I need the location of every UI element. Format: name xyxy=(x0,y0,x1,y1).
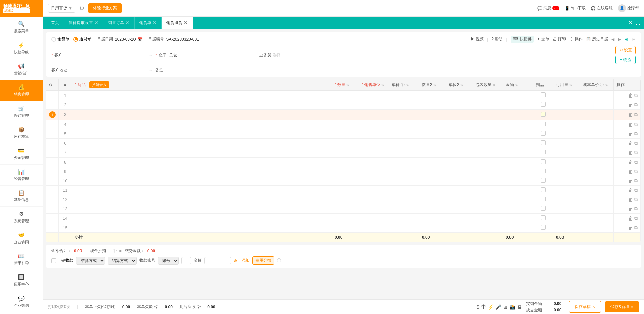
amount-cell[interactable] xyxy=(503,176,533,186)
delete-row-button[interactable]: 🗑 xyxy=(628,122,633,127)
unit2-cell[interactable] xyxy=(446,129,473,139)
available-cell[interactable] xyxy=(553,167,580,176)
address-input[interactable] xyxy=(69,67,147,73)
price-cell[interactable] xyxy=(389,91,419,100)
gift-checkbox[interactable] xyxy=(541,131,546,136)
calendar-icon[interactable]: 📅 xyxy=(138,37,143,42)
unit2-cell[interactable] xyxy=(446,204,473,214)
qty-cell[interactable] xyxy=(332,204,359,214)
price-cell[interactable] xyxy=(389,129,419,139)
trial-button[interactable]: 体验行业方案 xyxy=(88,3,122,13)
amount-cell[interactable] xyxy=(503,204,533,214)
price-cell[interactable] xyxy=(389,186,419,195)
delete-row-button[interactable]: 🗑 xyxy=(628,197,633,202)
toolbar-select[interactable]: ✦ 选单 xyxy=(537,36,549,42)
unit-cell[interactable] xyxy=(359,195,389,204)
available-cell[interactable] xyxy=(553,186,580,195)
gift-checkbox[interactable] xyxy=(541,169,546,173)
customer-input[interactable] xyxy=(64,52,147,58)
qty2-cell[interactable] xyxy=(419,195,446,204)
unit-cell[interactable] xyxy=(359,100,389,110)
unit2-cell[interactable] xyxy=(446,167,473,176)
customer-picker[interactable]: ··· xyxy=(149,53,152,57)
cost-cell[interactable] xyxy=(580,204,614,214)
amount-cell[interactable] xyxy=(503,129,533,139)
unit-cell[interactable] xyxy=(359,167,389,176)
goods-cell[interactable] xyxy=(72,120,332,129)
available-cell[interactable] xyxy=(553,223,580,233)
cost-info-icon[interactable]: ⓘ xyxy=(600,83,604,87)
sidebar-item-basic[interactable]: 📋 基础信息 xyxy=(0,186,43,207)
qty-cell[interactable] xyxy=(332,167,359,176)
unit-cell[interactable] xyxy=(359,214,389,223)
delete-row-button[interactable]: 🗑 xyxy=(628,112,633,117)
unit2-cell[interactable] xyxy=(446,176,473,186)
account-picker[interactable]: ··· xyxy=(181,257,191,264)
scan-button[interactable]: 扫码录入 xyxy=(89,81,109,88)
cost-cell[interactable] xyxy=(580,110,614,120)
cost-cell[interactable] xyxy=(580,91,614,100)
unit2-cell[interactable] xyxy=(446,100,473,110)
qty-cell[interactable] xyxy=(332,139,359,148)
sidebar-item-quicknav[interactable]: ⚡ 快捷导航 xyxy=(0,38,43,59)
packqty-cell[interactable] xyxy=(473,110,503,120)
goods-cell[interactable] xyxy=(72,129,332,139)
gift-checkbox[interactable] xyxy=(541,178,546,183)
bottom-icon-4[interactable]: 🎤 xyxy=(496,304,501,310)
th-settings[interactable]: ⚙ xyxy=(46,79,59,91)
radio-sale[interactable]: 销货单 xyxy=(51,36,69,42)
goods-input[interactable] xyxy=(75,112,329,117)
unit2-cell[interactable] xyxy=(446,148,473,158)
packqty-cell[interactable] xyxy=(473,204,503,214)
cost-cell[interactable] xyxy=(580,176,614,186)
toolbar-help[interactable]: ? 帮助 xyxy=(491,36,503,42)
sidebar-item-member[interactable]: V 畅会员 xyxy=(0,312,43,314)
unit2-cell[interactable] xyxy=(446,158,473,167)
qty-cell[interactable] xyxy=(332,176,359,186)
tab-home[interactable]: 首页 xyxy=(46,17,64,29)
toolbar-print[interactable]: 🖨 打印 xyxy=(553,36,566,42)
bottom-icon-2[interactable]: 中 xyxy=(481,304,486,310)
amount-cell[interactable] xyxy=(503,223,533,233)
gift-checkbox[interactable] xyxy=(541,102,546,107)
unit-cell[interactable] xyxy=(359,176,389,186)
packqty-cell[interactable] xyxy=(473,100,503,110)
available-cell[interactable] xyxy=(553,158,580,167)
copy-row-button[interactable]: ⧉ xyxy=(634,112,638,118)
gift-checkbox[interactable] xyxy=(541,206,546,211)
unit-cell[interactable] xyxy=(359,110,389,120)
goods-cell[interactable] xyxy=(72,214,332,223)
delete-row-button[interactable]: 🗑 xyxy=(628,188,633,193)
qty-cell[interactable] xyxy=(332,100,359,110)
sidebar-item-sales[interactable]: 💰 销售管理 xyxy=(0,80,43,101)
gift-checkbox[interactable] xyxy=(541,92,546,97)
unit-cell[interactable] xyxy=(359,91,389,100)
copy-row-button[interactable]: ⧉ xyxy=(634,206,638,212)
qty2-cell[interactable] xyxy=(419,204,446,214)
qty-cell[interactable] xyxy=(332,158,359,167)
tab-close-sale-return[interactable]: ✕ xyxy=(184,20,188,25)
copy-row-button[interactable]: ⧉ xyxy=(634,225,638,231)
cost-cell[interactable] xyxy=(580,223,614,233)
message-item[interactable]: 💬 消息 70 xyxy=(537,5,559,11)
goods-cell[interactable] xyxy=(72,148,332,158)
unit2-cell[interactable] xyxy=(446,110,473,120)
qty2-cell[interactable] xyxy=(419,91,446,100)
price-info-icon[interactable]: ⓘ xyxy=(401,83,405,87)
unit2-cell[interactable] xyxy=(446,186,473,195)
packqty-cell[interactable] xyxy=(473,158,503,167)
price-cell[interactable] xyxy=(389,223,419,233)
radio-return[interactable]: 退货单 xyxy=(73,36,92,42)
delete-row-button[interactable]: 🗑 xyxy=(628,178,633,184)
packqty-cell[interactable] xyxy=(473,214,503,223)
price-cell[interactable] xyxy=(389,120,419,129)
gift-checkbox[interactable] xyxy=(541,140,546,145)
save-new-button[interactable]: 保存&新增 ∧ xyxy=(605,301,639,312)
amount-cell[interactable] xyxy=(503,110,533,120)
delete-row-button[interactable]: 🗑 xyxy=(628,93,633,98)
toolbar-grid-icon[interactable]: ⊞ xyxy=(624,37,628,42)
gift-checkbox[interactable] xyxy=(541,187,546,192)
copy-row-button[interactable]: ⧉ xyxy=(634,140,638,146)
toolbar-operate[interactable]: ⋮ 操作 xyxy=(569,36,582,42)
amount-cell[interactable] xyxy=(503,158,533,167)
